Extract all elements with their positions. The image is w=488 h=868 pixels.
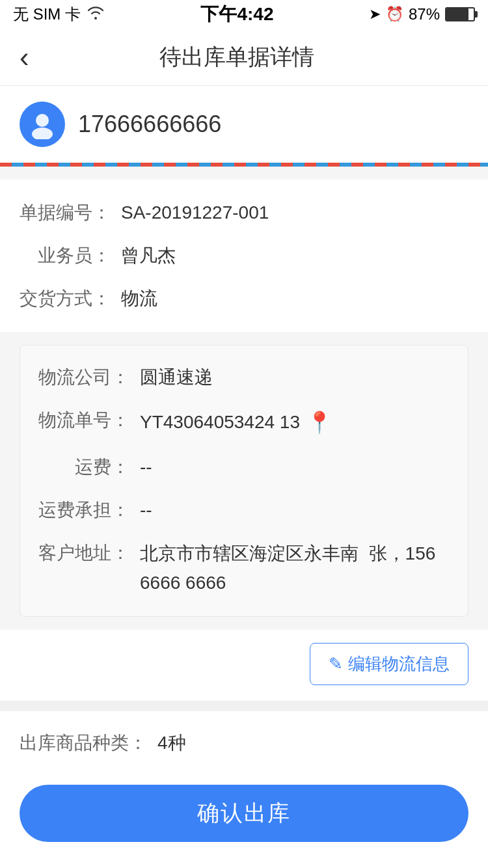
- address-value: 北京市市辖区海淀区永丰南 张，156 6666 6666: [140, 539, 450, 598]
- logistics-company-row: 物流公司： 圆通速递: [38, 364, 450, 391]
- confirm-wrapper: 确认出库: [0, 772, 488, 868]
- order-no-label: 单据编号：: [20, 199, 111, 226]
- order-info-section: 单据编号： SA-20191227-001 业务员： 曾凡杰 交货方式： 物流: [0, 180, 488, 332]
- goods-type-label: 出库商品种类：: [20, 731, 147, 755]
- edit-logistics-label: 编辑物流信息: [348, 653, 450, 675]
- location-icon: ➤: [369, 6, 381, 23]
- logistics-tracking-value: YT43064053424 13 📍: [140, 407, 450, 438]
- status-right: ➤ ⏰ 87%: [369, 5, 475, 23]
- user-header: 17666666666: [0, 86, 488, 163]
- back-button[interactable]: ‹: [20, 41, 29, 74]
- salesperson-row: 业务员： 曾凡杰: [20, 242, 468, 269]
- address-label: 客户地址：: [38, 539, 129, 567]
- status-left: 无 SIM 卡: [13, 4, 105, 25]
- edit-logistics-wrapper: ✎ 编辑物流信息: [0, 630, 488, 701]
- freight-label: 运费：: [38, 454, 129, 481]
- salesperson-value: 曾凡杰: [121, 242, 468, 269]
- goods-type-row: 出库商品种类： 4种: [20, 731, 468, 755]
- dashed-separator: [0, 163, 488, 167]
- salesperson-label: 业务员：: [20, 242, 111, 269]
- battery-text: 87%: [409, 5, 440, 23]
- freight-bearer-label: 运费承担：: [38, 496, 129, 524]
- freight-bearer-value: --: [140, 496, 450, 524]
- goods-type-value: 4种: [157, 731, 468, 755]
- status-bar: 无 SIM 卡 下午4:42 ➤ ⏰ 87%: [0, 0, 488, 29]
- freight-row: 运费： --: [38, 454, 450, 481]
- carrier-text: 无 SIM 卡: [13, 4, 81, 25]
- logistics-company-value: 圆通速递: [140, 364, 450, 391]
- logistics-card: 物流公司： 圆通速递 物流单号： YT43064053424 13 📍 运费： …: [20, 345, 468, 617]
- delivery-value: 物流: [121, 285, 468, 312]
- delivery-label: 交货方式：: [20, 285, 111, 312]
- edit-logistics-button[interactable]: ✎ 编辑物流信息: [310, 643, 468, 685]
- freight-value: --: [140, 454, 450, 481]
- wifi-icon: [86, 5, 105, 23]
- freight-bearer-row: 运费承担： --: [38, 496, 450, 524]
- section-separator: [0, 701, 488, 711]
- page-title: 待出库单据详情: [42, 42, 432, 72]
- order-no-value: SA-20191227-001: [121, 199, 468, 226]
- svg-point-0: [36, 114, 49, 127]
- edit-icon: ✎: [329, 654, 343, 674]
- svg-point-1: [32, 128, 53, 139]
- address-row: 客户地址： 北京市市辖区海淀区永丰南 张，156 6666 6666: [38, 539, 450, 598]
- confirm-button[interactable]: 确认出库: [20, 785, 468, 842]
- logistics-company-label: 物流公司：: [38, 364, 129, 391]
- user-avatar: [20, 102, 65, 147]
- delivery-row: 交货方式： 物流: [20, 285, 468, 312]
- logistics-tracking-label: 物流单号：: [38, 407, 129, 434]
- logistics-tracking-row: 物流单号： YT43064053424 13 📍: [38, 407, 450, 438]
- status-time: 下午4:42: [200, 2, 273, 27]
- alarm-icon: ⏰: [386, 6, 403, 23]
- battery-icon: [445, 7, 475, 21]
- location-pin-icon[interactable]: 📍: [306, 407, 332, 438]
- order-no-row: 单据编号： SA-20191227-001: [20, 199, 468, 226]
- user-phone: 17666666666: [78, 111, 221, 138]
- nav-bar: ‹ 待出库单据详情: [0, 29, 488, 86]
